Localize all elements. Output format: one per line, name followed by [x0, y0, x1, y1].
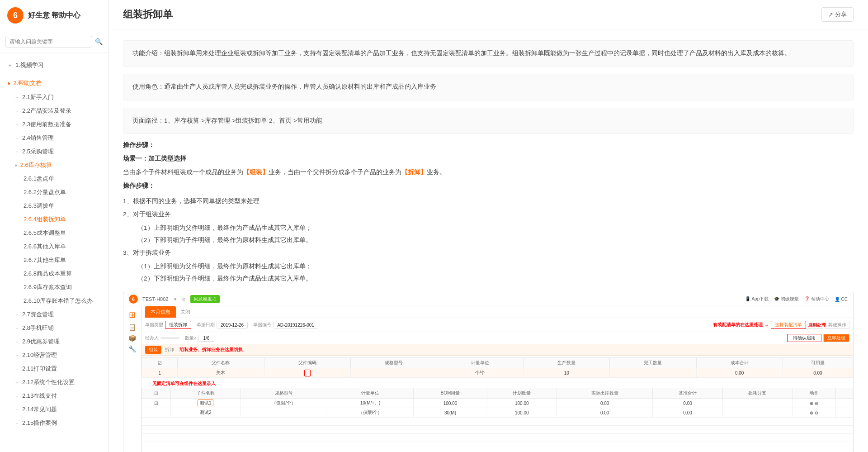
sub-col-unit: 计量单位 [327, 388, 413, 399]
col-available: 可用量 [783, 358, 853, 368]
plus-icon-coupon: ＋ [14, 338, 19, 345]
step2-1: （1）上部明细为父件明细，最终作为产成品生成其它入库单； [137, 222, 854, 234]
app-left-icon1: ⊞ [129, 310, 136, 320]
sub-cell-2-loss [722, 408, 792, 418]
field-person-label: 经办人 [145, 335, 159, 341]
btn-select-bom[interactable]: 选择装配清单 [771, 321, 806, 329]
sidebar-item-faq[interactable]: ＋ 2.14常见问题 [0, 403, 108, 416]
sidebar-item-stock[interactable]: ● 2.6库存核算 [0, 158, 108, 172]
sidebar-item-ops[interactable]: ＋ 2.10经营管理 [0, 348, 108, 362]
sidebar-item-install[interactable]: ＋ 2.2产品安装及登录 [0, 104, 108, 118]
sidebar-item-266[interactable]: 2.6.6其他入库单 [0, 240, 108, 253]
app-tab-main[interactable]: 本月信息 [145, 306, 176, 318]
sidebar-item-print[interactable]: ＋ 2.11打印设置 [0, 362, 108, 376]
field-type-label: 单据类型 [145, 322, 163, 328]
plus-icon-mobile: ＋ [14, 325, 19, 332]
sidebar-item-data[interactable]: ＋ 2.3使用前数据准备 [0, 118, 108, 131]
field-type-value[interactable]: 组装拆卸 [165, 321, 191, 329]
sidebar-item-cases[interactable]: ＋ 2.15操作案例 [0, 416, 108, 430]
app-dropdown-icon: ▼ [173, 297, 177, 302]
highlight-disassemble: 【拆卸】 [401, 169, 427, 176]
sidebar-item-purchase[interactable]: ＋ 2.5采购管理 [0, 145, 108, 158]
share-label: 分享 [835, 10, 847, 19]
path-block: 页面路径：1、库存核算->库存管理->组装拆卸单 2、首页->常用功能 [123, 108, 854, 134]
search-input[interactable] [5, 36, 92, 48]
step3: 3、对于拆装业务 [123, 247, 854, 259]
sidebar-item-264[interactable]: 2.6.4组装拆卸单 [0, 213, 108, 226]
sub-col-name: 子件名称 [171, 388, 241, 399]
sub-cell-2-plan: 100.00 [487, 408, 557, 418]
intro-block: 功能介绍：组装拆卸单用来处理企业组装或拆卸等加工业务，支持有固定装配清单的产品加… [123, 40, 854, 67]
role-text: 使用角色：通常由生产人员或库管人员完成拆装业务的操作，库管人员确认原材料的出库和… [132, 83, 436, 90]
page-title: 组装拆卸单 [123, 8, 173, 21]
tab-disassemble[interactable]: 拆卸 [165, 347, 174, 353]
cell-done-qty [610, 368, 696, 378]
sidebar-item-mobile[interactable]: ＋ 2.8手机旺铺 [0, 321, 108, 335]
enable-input[interactable]: 待确认启用 [787, 334, 821, 342]
sidebar-item-docs[interactable]: ● 2.帮助文档 [0, 76, 108, 90]
sub-cell-1-name-box[interactable]: 测试1 [198, 400, 214, 406]
sidebar-item-265[interactable]: 2.6.5成本调整单 [0, 226, 108, 240]
sidebar-item-261[interactable]: 2.6.1盘点单 [0, 172, 108, 186]
app-tab-close[interactable]: 关闭 [176, 306, 195, 318]
table-row [142, 450, 853, 452]
field-qty: 数量≥ 1/6 [185, 335, 214, 342]
cell-code-box[interactable] [304, 370, 311, 376]
search-area: 🔍 [0, 31, 108, 52]
item-268-label: 2.6.8商品成本重算 [24, 270, 72, 278]
plus-icon: ＋ [7, 62, 13, 69]
search-button[interactable]: 🔍 [95, 38, 103, 45]
item-266-label: 2.6.6其他入库单 [24, 243, 66, 251]
app-nav-help: ❓ 帮助中心 [804, 296, 829, 302]
sidebar: 6 好生意 帮助中心 🔍 ＋ 1.视频学习 ● 2.帮助文档 ＋ 2.1新手入门 [0, 0, 108, 452]
app-body: ⊞ 📋 📦 🔧 本月信息 关闭 [123, 306, 853, 452]
cases-label: 2.15操作案例 [22, 419, 57, 427]
sub-cell-1-name: 测试1 [171, 399, 241, 408]
sidebar-item-custom[interactable]: ＋ 2.12系统个性化设置 [0, 376, 108, 389]
cell-prod-qty: 10 [524, 368, 610, 378]
sub-col-loss: 损耗分支 [722, 388, 792, 399]
sidebar-item-269[interactable]: 2.6.9库存账本查询 [0, 281, 108, 294]
app-settings-icon: ⚙ [182, 297, 186, 302]
sidebar-item-267[interactable]: 2.6.7其他出库单 [0, 253, 108, 267]
sidebar-item-online[interactable]: ＋ 2.13在线支付 [0, 389, 108, 403]
sidebar-item-video[interactable]: ＋ 1.视频学习 [0, 58, 108, 72]
sidebar-item-coupon[interactable]: ＋ 2.9优惠券管理 [0, 335, 108, 348]
sidebar-item-sales[interactable]: ＋ 2.4销售管理 [0, 131, 108, 145]
cell-avail: 0.00 [783, 368, 853, 378]
btn-enable[interactable]: 立即处理 [823, 334, 849, 342]
share-button[interactable]: ↗ 分享 [821, 7, 854, 22]
col-produce-qty: 生产数量 [524, 358, 610, 368]
field-qty-value[interactable]: 1/6 [198, 335, 215, 342]
item-267-label: 2.6.7其他出库单 [24, 256, 66, 264]
sidebar-item-2610[interactable]: 2.6.10库存账本错了怎么办 [0, 294, 108, 308]
faq-label: 2.14常见问题 [22, 405, 57, 414]
sidebar-item-268[interactable]: 2.6.8商品成本重算 [0, 267, 108, 281]
path-text: 页面路径：1、库存核算->库存管理->组装拆卸单 2、首页->常用功能 [132, 117, 322, 124]
annotation-switch-area: 组装 拆卸 组装业务、拆卸业务在这里切换 [142, 344, 853, 356]
col-check: ☑ [142, 358, 178, 368]
btn-action2[interactable]: 其他操作 [825, 321, 849, 329]
sidebar-item-263[interactable]: 2.6.3调拨单 [0, 199, 108, 213]
annotation-bom: 有装配清单的在这里处理 [713, 322, 763, 328]
app-topbar-id: TEST-H002 [142, 296, 168, 302]
finance-label: 2.7资金管理 [22, 310, 54, 319]
tab-assemble[interactable]: 组装 [145, 346, 161, 354]
logo-text: 好生意 帮助中心 [28, 11, 80, 20]
item-261-label: 2.6.1盘点单 [24, 175, 54, 183]
custom-label: 2.12系统个性化设置 [22, 378, 75, 386]
sidebar-item-finance[interactable]: ＋ 2.7资金管理 [0, 308, 108, 321]
app-form-row: 单据类型 组装拆卸 单据日期 2019-12-26 单据编号 AD-201912… [142, 318, 853, 332]
app-form-row2: 经办人 数量≥ 1/6 待确认启用 立即处理 [142, 332, 853, 344]
sub-cell-2-actual: 0.00 [557, 408, 653, 418]
app-topbar-right: 📱 App下载 🎓 初级课堂 ❓ 帮助中心 👤 CC [745, 296, 848, 302]
plus-icon-newbie: ＋ [14, 94, 19, 101]
field-date-value[interactable]: 2019-12-26 [217, 322, 248, 328]
sales-label: 2.4销售管理 [22, 134, 54, 142]
field-person-value[interactable] [160, 337, 179, 339]
stock-label: 2.6库存核算 [20, 161, 52, 169]
sub-cell-2-check [142, 408, 171, 418]
sidebar-item-262[interactable]: 2.6.2分量盘点单 [0, 186, 108, 199]
app-tab-bar: 本月信息 关闭 [142, 306, 853, 318]
sidebar-item-newbie[interactable]: ＋ 2.1新手入门 [0, 90, 108, 104]
